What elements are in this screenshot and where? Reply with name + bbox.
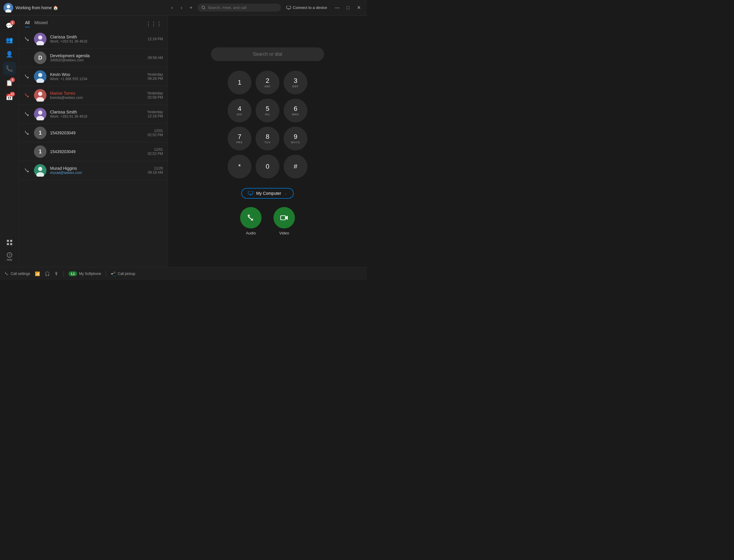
teams-icon: 👥 — [6, 36, 13, 43]
call-actions: Audio Video — [240, 207, 295, 235]
search-input[interactable] — [208, 5, 277, 10]
list-item[interactable]: Clarissa Smith Work: +353 91 38 4618 12:… — [19, 30, 168, 49]
list-item[interactable]: D Development agenda 340620@webex.com 09… — [19, 49, 168, 67]
statusbar-divider — [106, 271, 106, 277]
call-direction-icon — [24, 148, 30, 155]
contacts-icon: 👤 — [6, 51, 13, 58]
avatar — [34, 89, 46, 102]
phone-settings-icon — [5, 272, 9, 276]
svg-rect-29 — [248, 191, 253, 194]
call-pickup-item[interactable]: 📲 Call pickup — [111, 271, 135, 276]
call-info: Marise Torres brenda@webex.com — [50, 91, 144, 100]
apps-icon — [7, 239, 13, 245]
audio-call-button[interactable] — [240, 207, 262, 228]
dial-key-9[interactable]: 9WXYZ — [284, 127, 307, 150]
video-call-action: Video — [273, 207, 295, 235]
tasks-badge: 3 — [10, 77, 15, 82]
dial-key-0[interactable]: 0 — [256, 155, 279, 178]
device-selector-button[interactable]: My Computer ⌄ — [241, 188, 294, 199]
help-icon: ? — [7, 252, 12, 258]
sidebar-item-calls[interactable]: 📞 — [3, 62, 16, 75]
list-item[interactable]: Marise Torres brenda@webex.com Yesterday… — [19, 86, 168, 105]
avatar: 1 — [34, 127, 46, 139]
monitor-icon — [286, 6, 291, 10]
dial-key-1[interactable]: 1 — [228, 71, 251, 94]
close-button[interactable]: ✕ — [354, 4, 363, 12]
calendar-badge: 17 — [10, 92, 15, 97]
dial-key-6[interactable]: 6MNO — [284, 99, 307, 122]
dial-key-hash[interactable]: # — [284, 155, 307, 178]
dial-key-7[interactable]: 7PRS — [228, 127, 251, 150]
sidebar-item-help[interactable]: ? Help — [3, 250, 16, 263]
sidebar-item-activity[interactable]: 💬 2 — [3, 19, 16, 32]
call-info: 15439203049 — [50, 149, 144, 154]
avatar — [34, 70, 46, 83]
dial-key-8[interactable]: 8TUV — [256, 127, 279, 150]
list-item[interactable]: Kevin Woo Work: +1 888 555 1234 Yesterda… — [19, 67, 168, 86]
nav-forward-button[interactable]: › — [177, 4, 186, 12]
svg-rect-11 — [10, 243, 12, 245]
softphone-item[interactable]: L1 My Softphone — [69, 271, 101, 276]
statusbar-divider — [63, 271, 64, 277]
video-icon — [280, 214, 288, 222]
svg-point-1 — [7, 5, 10, 8]
dial-key-star[interactable]: * — [228, 155, 251, 178]
tab-all[interactable]: All — [25, 20, 30, 27]
call-info: Clarissa Smith Work: +353 91 38 4618 — [50, 110, 144, 119]
avatar — [34, 108, 46, 120]
list-item[interactable]: Murad Higgins murad@webex.com 11/2009:18… — [19, 161, 168, 180]
activity-badge: 2 — [10, 20, 15, 25]
avatar — [4, 3, 13, 13]
global-search[interactable] — [198, 4, 281, 12]
call-direction-icon — [24, 167, 30, 174]
search-icon — [202, 6, 206, 10]
svg-marker-33 — [285, 216, 288, 220]
call-direction-icon — [24, 73, 30, 80]
search-dial-input[interactable] — [211, 47, 324, 61]
connect-device-button[interactable]: Connect to a device — [283, 4, 330, 12]
avatar: 1 — [34, 145, 46, 158]
svg-rect-9 — [10, 240, 12, 242]
dial-key-2[interactable]: 2ABC — [256, 71, 279, 94]
headset-icon: 🎧 — [45, 271, 50, 276]
sidebar-item-calendar[interactable]: 📅 17 — [3, 91, 16, 104]
svg-point-27 — [38, 167, 42, 171]
dial-key-5[interactable]: 5JKL — [256, 99, 279, 122]
call-direction-icon — [24, 130, 30, 136]
sidebar-item-tasks[interactable]: 📋 3 — [3, 76, 16, 89]
call-info: Clarissa Smith Work: +353 91 38 4618 — [50, 35, 144, 43]
svg-rect-32 — [281, 216, 285, 220]
list-item[interactable]: Clarissa Smith Work: +353 91 38 4618 Yes… — [19, 105, 168, 124]
dial-key-3[interactable]: 3DEF — [284, 71, 307, 94]
dial-key-4[interactable]: 4GHI — [228, 99, 251, 122]
svg-line-4 — [204, 8, 205, 9]
chevron-down-icon: ⌄ — [284, 191, 287, 195]
list-item[interactable]: 1 15439203049 12/0102:52 PM — [19, 142, 168, 161]
avatar: D — [34, 52, 46, 64]
nav-add-button[interactable]: + — [187, 4, 195, 12]
call-info: Murad Higgins murad@webex.com — [50, 166, 144, 175]
list-item[interactable]: 1 15439203049 12/0102:52 PM — [19, 124, 168, 142]
tab-missed[interactable]: Missed — [35, 20, 48, 27]
nav-controls: ‹ › + — [168, 4, 195, 12]
svg-rect-10 — [7, 243, 9, 245]
video-call-button[interactable] — [273, 207, 295, 228]
svg-point-24 — [38, 111, 42, 115]
call-settings-item[interactable]: Call settings — [5, 272, 30, 276]
sidebar-item-contacts[interactable]: 👤 — [3, 48, 16, 61]
nav-back-button[interactable]: ‹ — [168, 4, 176, 12]
video-label: Video — [279, 231, 289, 235]
call-pickup-icon: 📲 — [111, 271, 116, 276]
grid-menu-icon[interactable]: ⋮⋮⋮ — [146, 21, 162, 27]
svg-point-15 — [38, 35, 42, 40]
softphone-badge: L1 — [69, 271, 77, 276]
avatar — [34, 33, 46, 45]
sidebar-item-teams[interactable]: 👥 — [3, 33, 16, 46]
minimize-button[interactable]: — — [332, 4, 342, 12]
maximize-button[interactable]: □ — [343, 4, 353, 12]
sidebar-item-apps[interactable] — [3, 236, 16, 249]
monitor-icon — [248, 191, 253, 195]
svg-rect-5 — [287, 6, 291, 9]
svg-point-21 — [38, 92, 42, 96]
audio-call-action: Audio — [240, 207, 262, 235]
